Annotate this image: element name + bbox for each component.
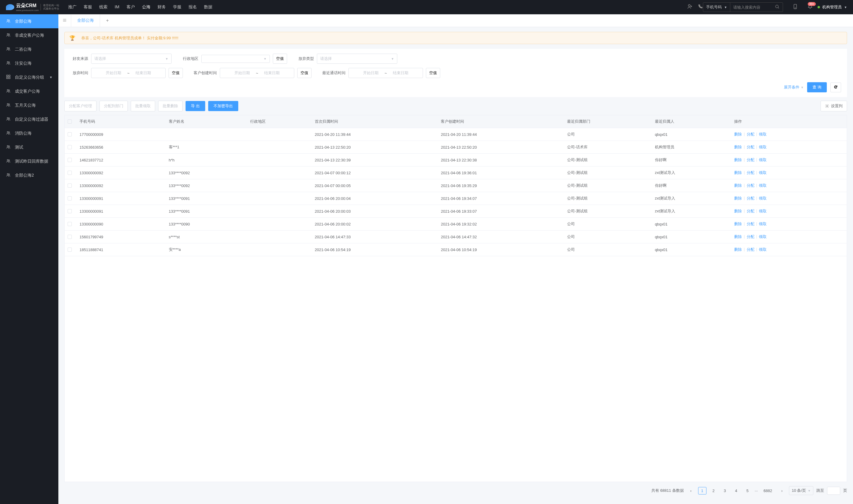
sidebar-item-2[interactable]: 二咨公海 <box>0 42 58 56</box>
sidebar-item-9[interactable]: 测试 <box>0 140 58 154</box>
tab-0[interactable]: 全部公海 <box>71 14 100 27</box>
export-button[interactable]: 导 出 <box>185 101 205 111</box>
nav-item-6[interactable]: 财务 <box>158 4 166 10</box>
nav-item-3[interactable]: IM <box>115 4 120 10</box>
nav-item-8[interactable]: 报名 <box>188 4 197 10</box>
filter-create-time-null[interactable]: 空值 <box>297 68 311 78</box>
row-checkbox[interactable] <box>68 235 72 239</box>
filter-source-select[interactable]: 请选择 ▼ <box>91 54 171 64</box>
nav-item-7[interactable]: 学服 <box>173 4 181 10</box>
action-claim[interactable]: 领取 <box>759 221 767 227</box>
action-assign[interactable]: 分配 <box>747 196 755 201</box>
row-checkbox[interactable] <box>68 145 72 149</box>
action-claim[interactable]: 领取 <box>759 144 767 150</box>
page-last[interactable]: 6882 <box>761 487 775 494</box>
sidebar-item-5[interactable]: 成交客户公海 <box>0 84 58 98</box>
page-number[interactable]: 2 <box>709 487 718 494</box>
filter-create-time-range[interactable]: 开始日期 ~ 结束日期 <box>220 68 294 78</box>
nav-item-9[interactable]: 数据 <box>204 4 212 10</box>
nav-item-1[interactable]: 客服 <box>84 4 92 10</box>
action-delete[interactable]: 删除 <box>734 247 742 252</box>
sidebar-item-3[interactable]: 注安公海 <box>0 56 58 70</box>
search-type-select[interactable]: 手机号码 ▼ <box>703 3 730 12</box>
page-size-select[interactable]: 10 条/页 ▼ <box>789 486 813 495</box>
select-all-checkbox[interactable] <box>68 120 72 124</box>
search-icon[interactable] <box>772 4 783 10</box>
nav-item-4[interactable]: 客户 <box>127 4 135 10</box>
sidebar-item-10[interactable]: 测试昨日回库数据 <box>0 154 58 168</box>
action-delete[interactable]: 删除 <box>734 221 742 227</box>
row-checkbox[interactable] <box>68 132 72 137</box>
filter-region-null[interactable]: 空值 <box>273 54 287 64</box>
action-assign[interactable]: 分配 <box>747 183 755 188</box>
row-checkbox[interactable] <box>68 171 72 175</box>
assign-dept-button[interactable]: 分配到部门 <box>99 101 128 111</box>
action-delete[interactable]: 删除 <box>734 144 742 150</box>
filter-call-time-range[interactable]: 开始日期 ~ 结束日期 <box>348 68 423 78</box>
page-prev[interactable]: ‹ <box>687 487 695 494</box>
sidebar-item-4[interactable]: 自定义公海分组▼ <box>0 70 58 84</box>
action-assign[interactable]: 分配 <box>747 234 755 239</box>
nav-item-2[interactable]: 线索 <box>99 4 108 10</box>
batch-claim-button[interactable]: 批量领取 <box>131 101 155 111</box>
action-claim[interactable]: 领取 <box>759 183 767 188</box>
settings-columns-button[interactable]: 设置列 <box>820 101 847 111</box>
row-checkbox[interactable] <box>68 248 72 252</box>
user-menu[interactable]: 机构管理员 ▼ <box>818 4 847 10</box>
action-assign[interactable]: 分配 <box>747 247 755 252</box>
query-button[interactable]: 查 询 <box>807 82 827 92</box>
action-delete[interactable]: 删除 <box>734 170 742 176</box>
action-claim[interactable]: 领取 <box>759 196 767 201</box>
sidebar-item-11[interactable]: 全部公海2 <box>0 168 58 182</box>
sidebar-item-1[interactable]: 非成交客户公海 <box>0 28 58 42</box>
action-delete[interactable]: 删除 <box>734 157 742 163</box>
action-assign[interactable]: 分配 <box>747 221 755 227</box>
action-assign[interactable]: 分配 <box>747 132 755 137</box>
nav-item-5[interactable]: 公海 <box>142 4 150 10</box>
action-claim[interactable]: 领取 <box>759 157 767 163</box>
nav-item-0[interactable]: 推广 <box>68 4 76 10</box>
notifications-icon[interactable]: 99+ <box>807 4 813 11</box>
action-claim[interactable]: 领取 <box>759 209 767 214</box>
sidebar-item-7[interactable]: 自定义公海过滤器 <box>0 112 58 126</box>
action-claim[interactable]: 领取 <box>759 234 767 239</box>
page-number[interactable]: 1 <box>698 487 706 494</box>
export-plain-button[interactable]: 不加密导出 <box>208 101 238 111</box>
filter-abandon-time-range[interactable]: 开始日期 ~ 结束日期 <box>91 68 166 78</box>
page-number[interactable]: 5 <box>743 487 752 494</box>
assign-manager-button[interactable]: 分配客户经理 <box>64 101 96 111</box>
action-delete[interactable]: 删除 <box>734 234 742 239</box>
action-delete[interactable]: 删除 <box>734 209 742 214</box>
tab-toggle-icon[interactable] <box>58 15 71 27</box>
row-checkbox[interactable] <box>68 196 72 200</box>
action-claim[interactable]: 领取 <box>759 247 767 252</box>
action-delete[interactable]: 删除 <box>734 183 742 188</box>
filter-abandon-time-null[interactable]: 空值 <box>168 68 183 78</box>
sidebar-item-0[interactable]: 全部公海 <box>0 14 58 28</box>
page-jump-input[interactable] <box>827 487 840 495</box>
add-user-icon[interactable] <box>687 4 693 11</box>
sidebar-item-8[interactable]: 消防公海 <box>0 126 58 140</box>
action-claim[interactable]: 领取 <box>759 170 767 176</box>
action-delete[interactable]: 删除 <box>734 196 742 201</box>
batch-delete-button[interactable]: 批量删除 <box>158 101 183 111</box>
sidebar-item-6[interactable]: 五月天公海 <box>0 98 58 112</box>
row-checkbox[interactable] <box>68 158 72 162</box>
filter-call-time-null[interactable]: 空值 <box>426 68 440 78</box>
phone-icon[interactable] <box>697 4 703 11</box>
filter-region-select[interactable]: ▼ <box>201 55 270 63</box>
tab-add[interactable]: + <box>100 14 115 27</box>
row-checkbox[interactable] <box>68 209 72 213</box>
row-checkbox[interactable] <box>68 183 72 188</box>
search-input[interactable] <box>730 3 772 11</box>
action-assign[interactable]: 分配 <box>747 144 755 150</box>
row-checkbox[interactable] <box>68 222 72 226</box>
action-assign[interactable]: 分配 <box>747 209 755 214</box>
page-next[interactable]: › <box>778 487 786 494</box>
action-assign[interactable]: 分配 <box>747 170 755 176</box>
page-number[interactable]: 4 <box>732 487 740 494</box>
mobile-icon[interactable] <box>793 4 798 11</box>
filter-abandon-type-select[interactable]: 请选择 ▼ <box>317 54 397 64</box>
action-claim[interactable]: 领取 <box>759 132 767 137</box>
page-number[interactable]: 3 <box>721 487 729 494</box>
